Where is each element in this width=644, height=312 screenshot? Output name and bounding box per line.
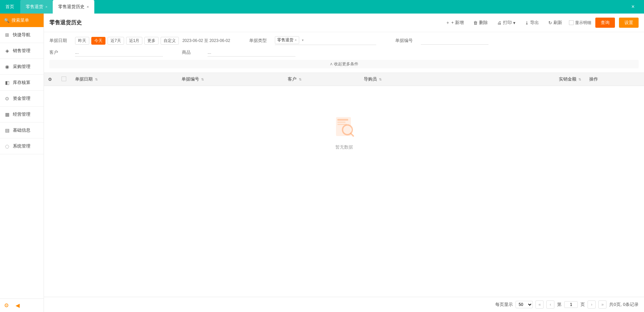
finance-mgmt-icon: ⊙ [4,95,10,102]
th-date-label: 单据日期 [75,76,93,82]
tab-retail-return[interactable]: 零售退货 × [20,0,53,14]
empty-state: 暂无数据 [44,86,644,177]
query-button[interactable]: 查询 [595,18,615,28]
ops-mgmt-icon: ▦ [4,111,10,117]
sidebar-item-sales-mgmt-label: 销售管理 [13,48,30,54]
header-actions: ＋ + 新增 🗑 删除 🖨 打印 ▾ ⤓ 导出 ↻ [443,18,639,28]
voucher-type-label: 单据类型 [249,38,269,44]
page-header: 零售退货历史 ＋ + 新增 🗑 删除 🖨 打印 ▾ ⤓ 导出 [44,14,644,32]
sidebar-item-purchase-mgmt[interactable]: ◉ 采购管理 [0,59,44,75]
sidebar-item-finance-mgmt[interactable]: ⊙ 资金管理 [0,91,44,107]
refresh-label: 刷新 [553,20,562,26]
th-action: 操作 [585,73,644,86]
th-guide[interactable]: 导购员 ⇅ [360,73,451,86]
sidebar-item-quick-nav[interactable]: ⊞ 快捷导航 [0,27,44,43]
voucher-type-tag: 零售退货 × [275,36,299,44]
last-page-button[interactable]: » [598,300,606,309]
sidebar-bottom: ⚙ ◀ [0,298,44,312]
main-layout: 🔍 搜索菜单 ⊞ 快捷导航 ◈ 销售管理 ◉ 采购管理 ◧ 库存核算 ⊙ 资金 [0,14,644,312]
delete-button[interactable]: 🗑 删除 [471,18,491,27]
sidebar-item-ops-mgmt[interactable]: ▦ 经营管理 [0,107,44,122]
collapse-filter-bar[interactable]: ∧ 收起更多条件 [49,60,639,68]
column-settings-icon[interactable]: ⚙ [48,77,52,82]
guide-sort-icon: ⇅ [379,77,382,81]
voucher-type-selector[interactable]: 零售退货 × ▾ [275,36,376,45]
date-btn-7days[interactable]: 近7天 [108,37,124,45]
amount-sort-icon: ⇅ [578,77,581,81]
settings-button[interactable]: 设置 [619,18,639,28]
date-btn-1month[interactable]: 近1月 [126,37,143,45]
new-button[interactable]: ＋ + 新增 [443,18,467,27]
prev-page-button[interactable]: ‹ [546,300,554,309]
svg-rect-1 [337,119,348,121]
empty-illustration [331,113,358,140]
pagination-bar: 每页显示 50 10 20 100 « ‹ 第 页 › » 共0页, 0条记录 [44,297,644,312]
purchase-mgmt-icon: ◉ [4,64,10,70]
per-page-select[interactable]: 50 10 20 100 [516,301,533,308]
settings-gear-icon[interactable]: ⚙ [4,302,9,309]
data-table: ⚙ 单据日期 ⇅ 单据编号 ⇅ [44,73,644,177]
refresh-icon: ↻ [548,20,552,25]
tab-retail-return-history-close[interactable]: × [87,5,89,9]
th-checkbox[interactable] [57,73,71,86]
date-btn-more[interactable]: 更多 [144,37,159,45]
th-settings[interactable]: ⚙ [44,73,57,86]
date-btn-yesterday[interactable]: 昨天 [75,37,89,45]
refresh-button[interactable]: ↻ 刷新 [546,18,565,27]
search-icon: 🔍 [4,18,9,23]
sidebar-item-basic-info[interactable]: ▤ 基础信息 [0,122,44,138]
tab-retail-return-close[interactable]: × [45,5,47,9]
window-close-button[interactable]: × [627,4,639,10]
voucher-type-dropdown-icon[interactable]: ▾ [302,38,304,42]
customer-input[interactable] [75,48,163,57]
sidebar-item-system-mgmt-label: 系统管理 [13,143,30,149]
th-amount[interactable]: 实销金额 ⇅ [479,73,586,86]
no-sort-icon: ⇅ [201,77,204,81]
sidebar-item-system-mgmt[interactable]: ◌ 系统管理 [0,138,44,154]
show-detail-text: 显示明细 [575,20,591,26]
next-page-button[interactable]: › [588,300,596,309]
sidebar-item-sales-mgmt[interactable]: ◈ 销售管理 [0,43,44,59]
sidebar-nav: ⊞ 快捷导航 ◈ 销售管理 ◉ 采购管理 ◧ 库存核算 ⊙ 资金管理 ▦ 经营管… [0,27,44,298]
voucher-no-input[interactable] [421,37,488,45]
export-label: 导出 [530,20,539,26]
date-filter-label: 单据日期 [49,38,70,44]
export-icon: ⤓ [525,20,529,25]
page-number-input[interactable] [564,301,578,308]
th-customer[interactable]: 客户 ⇅ [284,73,359,86]
svg-rect-2 [337,122,345,123]
table-section: ⚙ 单据日期 ⇅ 单据编号 ⇅ [44,73,644,297]
select-all-checkbox[interactable] [62,76,66,81]
collapse-sidebar-icon[interactable]: ◀ [16,302,20,309]
th-date[interactable]: 单据日期 ⇅ [71,73,177,86]
first-page-button[interactable]: « [535,300,544,309]
tab-home[interactable]: 首页 [0,0,20,14]
page-title: 零售退货历史 [49,19,82,26]
customer-filter-label: 客户 [49,49,70,55]
export-button[interactable]: ⤓ 导出 [522,18,542,27]
sidebar-item-finance-mgmt-label: 资金管理 [13,95,30,102]
tab-retail-return-history[interactable]: 零售退货历史 × [53,0,94,14]
date-btn-today[interactable]: 今天 [91,37,105,45]
filter-row-1: 单据日期 昨天 今天 近7天 近1月 更多 自定义 2023-06-02 至 2… [49,36,639,45]
page-prefix: 第 [557,302,562,308]
goods-input[interactable] [208,48,295,57]
sidebar-item-inventory[interactable]: ◧ 库存核算 [0,75,44,91]
delete-label: 删除 [479,20,488,26]
print-button[interactable]: 🖨 打印 ▾ [495,18,518,27]
th-action-label: 操作 [589,76,598,82]
system-mgmt-icon: ◌ [4,143,10,149]
sidebar-item-purchase-mgmt-label: 采购管理 [13,64,30,70]
th-no[interactable]: 单据编号 ⇅ [177,73,284,86]
sidebar-item-basic-info-label: 基础信息 [13,127,30,133]
show-detail-checkbox[interactable] [569,20,574,25]
date-btn-custom[interactable]: 自定义 [161,37,179,45]
collapse-filter-label: ∧ 收起更多条件 [330,62,358,66]
sidebar: 🔍 搜索菜单 ⊞ 快捷导航 ◈ 销售管理 ◉ 采购管理 ◧ 库存核算 ⊙ 资金 [0,14,44,312]
th-amount-label: 实销金额 [559,76,576,82]
voucher-type-tag-close[interactable]: × [295,38,297,42]
date-range-display: 2023-06-02 至 2023-06-02 [182,38,230,44]
empty-cell: 暂无数据 [44,86,644,178]
voucher-type-value: 零售退货 [277,37,293,43]
sidebar-search[interactable]: 🔍 搜索菜单 [0,14,44,27]
